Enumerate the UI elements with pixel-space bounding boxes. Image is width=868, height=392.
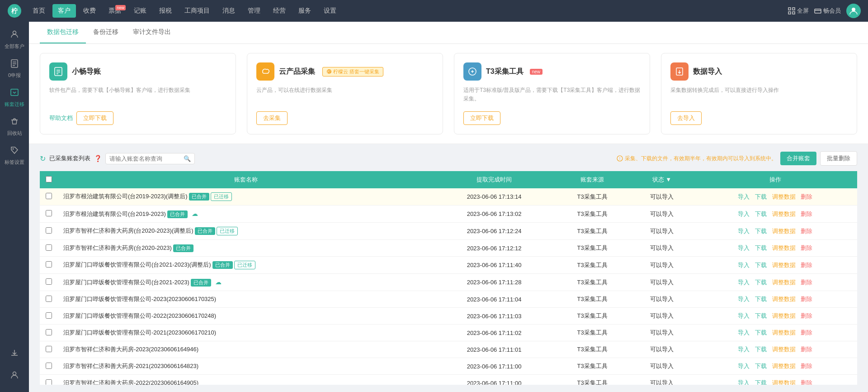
action-import[interactable]: 导入 [738, 379, 750, 385]
vip-button[interactable]: 畅会员 [814, 7, 841, 15]
row-checkbox[interactable] [46, 379, 52, 385]
action-adjust[interactable]: 调整数据 [772, 262, 796, 268]
action-delete[interactable]: 删除 [801, 296, 812, 302]
nav-item-message[interactable]: 消息 [217, 4, 241, 18]
nav-item-management[interactable]: 管理 [242, 4, 266, 18]
tab-backup-migration[interactable]: 备份迁移 [86, 22, 126, 43]
xiao-chang-download-button[interactable]: 立即下载 [76, 111, 113, 125]
search-input[interactable] [109, 155, 182, 162]
row-checkbox[interactable] [46, 261, 52, 268]
row-checkbox[interactable] [46, 363, 52, 369]
nav-item-tax[interactable]: 报税 [154, 4, 177, 18]
action-delete[interactable]: 删除 [801, 346, 812, 353]
sidebar-item-zero-report[interactable]: 0申报 [0, 54, 29, 83]
action-import[interactable]: 导入 [738, 210, 750, 217]
action-import[interactable]: 导入 [738, 346, 750, 353]
action-delete[interactable]: 删除 [801, 312, 812, 319]
action-import[interactable]: 导入 [738, 244, 750, 251]
action-adjust[interactable]: 调整数据 [772, 346, 796, 353]
row-checkbox[interactable] [46, 244, 52, 251]
action-import[interactable]: 导入 [738, 193, 750, 200]
row-checkbox[interactable] [46, 296, 52, 302]
row-checkbox[interactable] [46, 227, 52, 234]
row-checkbox[interactable] [46, 346, 52, 352]
action-adjust[interactable]: 调整数据 [772, 228, 796, 234]
tab-data-migration[interactable]: 数据包迁移 [40, 22, 86, 43]
action-delete[interactable]: 删除 [801, 363, 812, 369]
app-logo[interactable]: 柠 [7, 4, 22, 18]
action-adjust[interactable]: 调整数据 [772, 210, 796, 217]
action-download[interactable]: 下载 [755, 244, 767, 251]
action-adjust[interactable]: 调整数据 [772, 363, 796, 369]
action-adjust[interactable]: 调整数据 [772, 193, 796, 200]
sidebar-item-account-migration[interactable]: 账套迁移 [0, 83, 29, 112]
action-delete[interactable]: 删除 [801, 329, 812, 336]
action-download[interactable]: 下载 [755, 210, 767, 217]
action-adjust[interactable]: 调整数据 [772, 296, 796, 302]
user-avatar[interactable] [846, 4, 861, 18]
row-checkbox[interactable] [46, 210, 52, 216]
action-adjust[interactable]: 调整数据 [772, 312, 796, 319]
action-import[interactable]: 导入 [738, 279, 750, 286]
help-icon[interactable]: ❓ [94, 155, 102, 162]
action-import[interactable]: 导入 [738, 228, 750, 234]
nav-item-service[interactable]: 服务 [293, 4, 316, 18]
sidebar-item-user[interactable] [8, 366, 21, 388]
nav-item-operations[interactable]: 经营 [268, 4, 291, 18]
action-import[interactable]: 导入 [738, 312, 750, 319]
action-import[interactable]: 导入 [738, 262, 750, 268]
merge-accounts-button[interactable]: 合并账套 [780, 152, 816, 165]
col-header-status[interactable]: 状态 ▼ [630, 171, 693, 188]
tab-audit-export[interactable]: 审计文件导出 [126, 22, 178, 43]
data-import-go-button[interactable]: 去导入 [670, 111, 702, 125]
action-import[interactable]: 导入 [738, 363, 750, 369]
sidebar-item-all-customers[interactable]: 全部客户 [0, 25, 29, 54]
fullscreen-button[interactable]: 全屏 [788, 7, 809, 15]
t3-download-button[interactable]: 立即下载 [463, 111, 500, 125]
nav-item-payment[interactable]: 收费 [78, 4, 101, 18]
row-checkbox[interactable] [46, 193, 52, 199]
row-checkbox[interactable] [46, 278, 52, 285]
refresh-icon[interactable]: ↻ [40, 154, 46, 163]
action-delete[interactable]: 删除 [801, 379, 812, 385]
cloud-collect-go-button[interactable]: 去采集 [256, 111, 288, 125]
row-checkbox[interactable] [46, 329, 52, 335]
action-download[interactable]: 下载 [755, 228, 767, 234]
action-delete[interactable]: 删除 [801, 210, 812, 217]
sidebar-item-tag-settings[interactable]: 标签设置 [0, 141, 29, 170]
action-download[interactable]: 下载 [755, 312, 767, 319]
nav-item-settings[interactable]: 设置 [318, 4, 342, 18]
action-download[interactable]: 下载 [755, 193, 767, 200]
action-adjust[interactable]: 调整数据 [772, 279, 796, 286]
action-delete[interactable]: 删除 [801, 228, 812, 234]
search-icon[interactable]: 🔍 [184, 155, 191, 162]
help-doc-link[interactable]: 帮助文档 [49, 114, 73, 122]
select-all-checkbox[interactable] [46, 176, 52, 182]
action-delete[interactable]: 删除 [801, 279, 812, 286]
batch-delete-button[interactable]: 批量删除 [820, 151, 857, 166]
action-import[interactable]: 导入 [738, 296, 750, 302]
action-adjust[interactable]: 调整数据 [772, 329, 796, 336]
nav-item-customer[interactable]: 客户 [52, 4, 76, 18]
action-download[interactable]: 下载 [755, 296, 767, 302]
nav-item-home[interactable]: 首页 [27, 4, 51, 18]
action-download[interactable]: 下载 [755, 279, 767, 286]
nav-item-accounting[interactable]: 记账 [128, 4, 152, 18]
action-download[interactable]: 下载 [755, 262, 767, 268]
sidebar-item-download[interactable] [8, 344, 21, 366]
action-adjust[interactable]: 调整数据 [772, 379, 796, 385]
action-delete[interactable]: 删除 [801, 262, 812, 268]
action-download[interactable]: 下载 [755, 329, 767, 336]
nav-item-invoice[interactable]: 票据 new [103, 4, 127, 18]
row-checkbox[interactable] [46, 312, 52, 319]
action-delete[interactable]: 删除 [801, 244, 812, 251]
action-download[interactable]: 下载 [755, 379, 767, 385]
action-download[interactable]: 下载 [755, 363, 767, 369]
action-download[interactable]: 下载 [755, 346, 767, 353]
sidebar-item-recycle[interactable]: 回收站 [0, 112, 29, 141]
action-delete[interactable]: 删除 [801, 193, 812, 200]
action-adjust[interactable]: 调整数据 [772, 244, 796, 251]
table-scroll-area[interactable]: 账套名称 提取完成时间 账套来源 状态 ▼ 操作 汨罗市 [40, 171, 857, 385]
action-import[interactable]: 导入 [738, 329, 750, 336]
nav-item-bizproject[interactable]: 工商项目 [179, 4, 215, 18]
